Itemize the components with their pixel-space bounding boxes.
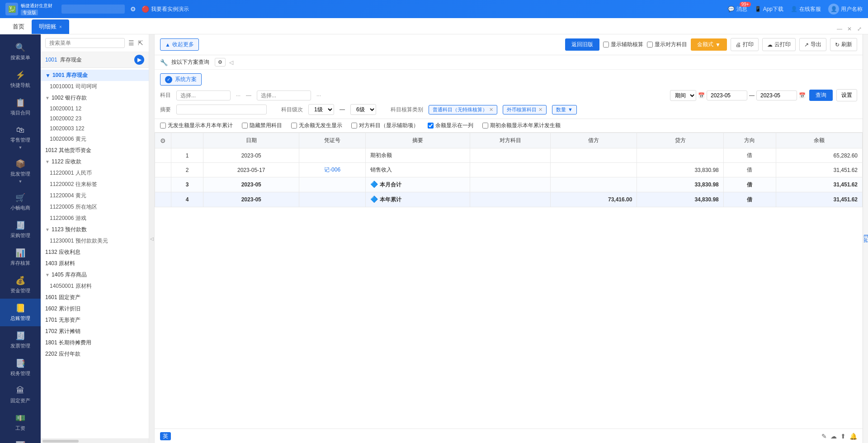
show-contra-checkbox[interactable] [647,42,653,48]
return-old-version-btn[interactable]: 返回旧版 [565,38,599,51]
level-to-select[interactable]: 6级 [350,104,376,115]
chk-no-balance-input[interactable] [291,123,297,129]
chk-no-activity-input[interactable] [160,123,166,129]
tree-item-1405[interactable]: ▼ 1405 库存商品 [41,269,149,281]
search-input[interactable] [61,5,125,14]
tree-item-10020006[interactable]: 10020006 黄元 [41,133,149,145]
show-contra-checkbox-label[interactable]: 显示对方科目 [647,41,687,48]
tree-item-1801[interactable]: 1801 长期待摊费用 [41,337,149,348]
tree-item-10010001[interactable]: 10010001 司司呵呵 [41,81,149,92]
tree-item-1132[interactable]: 1132 应收利息 [41,247,149,258]
panel-collapse-handle[interactable]: ◁ [149,34,155,443]
tree-collapse-all-btn[interactable]: ⇱ [137,38,144,48]
show-aux-checkbox[interactable] [603,42,609,48]
tree-nav-next-btn[interactable]: ▶ [134,55,144,65]
status-cloud-btn[interactable]: ☁ [830,433,837,440]
horizontal-scrollbar[interactable] [41,438,149,443]
level-from-select[interactable]: 1级 [308,104,334,115]
sidebar-item-retail[interactable]: 🛍 零售管理 ▼ [0,121,41,154]
date-to-input[interactable] [756,91,797,100]
chk-contra-subject-input[interactable] [351,123,357,129]
tree-item-1001[interactable]: ▼ 1001 库存现金 [41,70,149,81]
topbar-settings-button[interactable]: ⚙ [128,4,138,14]
sidebar-item-project[interactable]: 📋 项目合同 [0,93,41,121]
tree-item-1701[interactable]: 1701 无形资产 [41,314,149,326]
tree-item-1122[interactable]: ▼ 1122 应收款 [41,156,149,167]
tree-item-14050001[interactable]: 14050001 原材料 [41,281,149,292]
demo-link[interactable]: 🔴 我要看实例演示 [142,5,189,13]
message-btn[interactable]: 💬 消息 99+ [728,5,747,13]
account-search-input[interactable] [45,38,125,48]
tree-item-1601[interactable]: 1601 固定资产 [41,292,149,303]
tree-item-11220002[interactable]: 11220002 往来标签 [41,179,149,190]
period-type-select[interactable]: 期间 [670,90,696,101]
status-translate-btn[interactable]: 英 [160,432,171,440]
sidebar-item-finance[interactable]: 💰 资金管理 [0,271,41,299]
tab-detail-ledger[interactable]: 明细账 × [32,19,69,34]
tree-item-10020002[interactable]: 10020002 23 [41,114,149,124]
chk-contra-subject[interactable]: 对方科目（显示辅助项） [351,122,419,129]
tree-item-1012[interactable]: 1012 其他货币资金 [41,145,149,156]
right-expand-panel[interactable]: Eat [863,34,868,443]
chk-no-activity[interactable]: 无发生额显示本月本年累计 [160,122,233,129]
tag-normal-close-icon[interactable]: ✕ [489,107,493,113]
filter-config-btn[interactable]: ⚙ [215,58,226,67]
sidebar-item-fixed-assets[interactable]: 🏛 固定资产 [0,381,41,409]
tree-item-11220004[interactable]: 11220004 黄元 [41,190,149,201]
sidebar-item-search[interactable]: 🔍 搜索菜单 [0,38,41,66]
cloud-print-btn[interactable]: ☁ 云打印 [762,38,796,51]
tree-item-1403[interactable]: 1403 原材料 [41,258,149,269]
date-from-input[interactable] [707,91,747,100]
show-aux-checkbox-label[interactable]: 显示辅助核算 [603,41,643,48]
app-download-btn[interactable]: 📱 App下载 [755,5,783,13]
subject-to-input[interactable] [257,91,311,100]
tab-close-icon[interactable]: × [59,24,62,29]
tag-quantity[interactable]: 数量 ▼ [552,105,577,114]
chk-hide-disabled-input[interactable] [242,123,248,129]
print-btn[interactable]: 🖨 打印 [731,38,759,51]
sidebar-item-invoice[interactable]: 🧾 发票管理 [0,326,41,354]
chk-no-balance[interactable]: 无余额无发生显示 [291,122,342,129]
window-minimize-btn[interactable]: — [836,26,843,32]
tree-list-view-btn[interactable]: ☰ [127,38,135,48]
sidebar-item-accounting[interactable]: 📒 总账管理 [0,299,41,326]
online-service-btn[interactable]: 👤 在线客服 [791,5,821,13]
table-column-settings-btn[interactable]: ⚙ [160,137,166,144]
sidebar-item-quick-nav[interactable]: ⚡ 快捷导航 [0,66,41,93]
tree-item-11220006[interactable]: 11220006 游戏 [41,213,149,224]
voucher-link[interactable]: 记-006 [324,167,340,173]
tree-item-10020001[interactable]: 10020001 12 [41,104,149,114]
tree-item-11220005[interactable]: 11220005 所在地区 [41,201,149,213]
chk-balance-one-col-input[interactable] [428,123,434,129]
window-close-btn[interactable]: ✕ [846,26,853,32]
sidebar-item-tax[interactable]: 📑 税务管理 [0,354,41,381]
filter-settings-btn[interactable]: 设置 [836,89,857,101]
subject-from-input[interactable] [176,91,231,100]
chk-hide-disabled[interactable]: 隐藏禁用科目 [242,122,282,129]
query-btn[interactable]: 查询 [809,90,833,101]
chk-initial-balance[interactable]: 期初余额显示本年累计发生额 [482,122,561,129]
tag-foreign[interactable]: 外币核算科目 ✕ [503,105,547,114]
user-avatar[interactable]: 👤 用户名称 [828,4,863,14]
sidebar-item-wholesale[interactable]: 📦 批发管理 ▼ [0,154,41,188]
tree-item-10020003[interactable]: 10020003 122 [41,124,149,133]
tree-item-1123[interactable]: ▼ 1123 预付款数 [41,224,149,235]
tree-item-1602[interactable]: 1602 累计折旧 [41,303,149,314]
more-filters-btn[interactable]: ▲ 收起更多 [160,38,199,51]
sidebar-item-inventory[interactable]: 📊 库存核算 [0,243,41,271]
chk-initial-balance-input[interactable] [482,123,488,129]
summary-input[interactable] [176,105,267,114]
refresh-btn[interactable]: ↻ 刷新 [830,38,857,51]
status-edit-btn[interactable]: ✎ [821,433,827,440]
tree-item-1002[interactable]: ▼ 1002 银行存款 [41,92,149,104]
export-btn[interactable]: ↗ 导出 [799,38,826,51]
window-expand-btn[interactable]: ⤢ [856,26,863,32]
chk-balance-one-col[interactable]: 余额显示在一列 [428,122,473,129]
amount-format-btn[interactable]: 金额式 ▼ [691,38,727,51]
sidebar-item-ecommerce[interactable]: 🛒 小畅电商 [0,188,41,216]
status-upload-btn[interactable]: ⬆ [840,433,846,440]
tag-normal[interactable]: 普通科目（无特殊核算） ✕ [429,105,497,114]
sidebar-item-purchase[interactable]: 🧾 采购管理 [0,216,41,243]
tree-item-11230001[interactable]: 11230001 预付款款美元 [41,235,149,247]
tab-home[interactable]: 首页 [5,19,32,34]
